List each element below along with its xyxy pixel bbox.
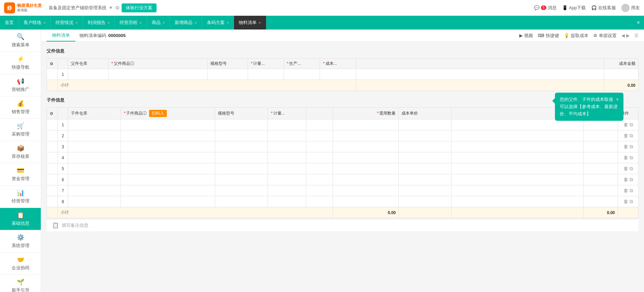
delete-row-icon[interactable]: 🗑 xyxy=(623,155,628,161)
sidebar-item-sales[interactable]: 💰 销售管理 xyxy=(0,96,41,119)
child-row-warehouse[interactable] xyxy=(68,185,121,196)
child-row-warehouse[interactable] xyxy=(68,196,121,207)
nav-tab-operation[interactable]: 经营情况 × xyxy=(51,16,83,30)
sidebar-item-collab[interactable]: 🤝 企业协同 xyxy=(0,253,41,275)
doc-settings-button[interactable]: ⚙ 单据设置 xyxy=(593,33,617,39)
child-row-unit[interactable] xyxy=(268,152,306,163)
delete-row-icon[interactable]: 🗑 xyxy=(623,133,628,139)
tooltip-close-button[interactable]: × xyxy=(616,96,619,103)
nav-tab-bom[interactable]: 物料清单 × xyxy=(234,16,266,30)
child-row-unit[interactable] xyxy=(268,141,306,152)
gear-settings-icon[interactable]: ⚙ xyxy=(115,5,120,11)
sidebar-item-system[interactable]: ⚙️ 系统管理 xyxy=(0,230,41,253)
system-title-arrow-icon[interactable]: ▼ xyxy=(109,5,113,10)
close-newgoods-tab-icon[interactable]: × xyxy=(195,21,197,25)
copy-row-icon[interactable]: ⧉ xyxy=(630,166,633,172)
close-operation-tab-icon[interactable]: × xyxy=(75,21,77,25)
sidebar-item-quicknav[interactable]: ⚡ 快捷导航 xyxy=(0,52,41,74)
prev-record-icon[interactable]: ◀ xyxy=(621,33,625,38)
close-history-tab-icon[interactable]: × xyxy=(139,21,141,25)
child-row-unit-cost[interactable] xyxy=(399,152,451,163)
child-row-qty[interactable] xyxy=(333,152,399,163)
child-row-unit[interactable] xyxy=(268,174,306,185)
child-row-warehouse[interactable] xyxy=(68,152,121,163)
child-row-unit[interactable] xyxy=(268,196,306,207)
copy-row-icon[interactable]: ⧉ xyxy=(630,133,633,139)
child-row-unit[interactable] xyxy=(268,130,306,141)
child-row-product[interactable] xyxy=(121,130,215,141)
sidebar-item-search[interactable]: 🔍 搜索菜单 xyxy=(0,30,41,52)
child-row-unit-cost[interactable] xyxy=(399,185,451,196)
scan-input-button[interactable]: 扫码入 xyxy=(149,110,167,117)
user-area[interactable]: 用友 xyxy=(621,4,640,12)
list-view-icon[interactable]: ☰ xyxy=(634,33,639,38)
child-row-product[interactable] xyxy=(121,119,215,130)
message-button[interactable]: 💬 6 消息 xyxy=(534,5,557,11)
sidebar-item-marketing[interactable]: 📢 营销推广 xyxy=(0,74,41,96)
child-row-warehouse[interactable] xyxy=(68,163,121,174)
child-row-spec[interactable] xyxy=(215,152,268,163)
sidebar-item-inventory[interactable]: 📦 库存核算 xyxy=(0,141,41,163)
child-row-warehouse[interactable] xyxy=(68,119,121,130)
child-row-unit-cost[interactable] xyxy=(399,174,451,185)
nav-tab-barcode[interactable]: 条码方案 × xyxy=(202,16,234,30)
child-row-spec[interactable] xyxy=(215,196,268,207)
parent-row-cost[interactable] xyxy=(320,69,356,80)
close-barcode-tab-icon[interactable]: × xyxy=(227,21,229,25)
parent-row-produce[interactable] xyxy=(284,69,320,80)
close-goods-tab-icon[interactable]: × xyxy=(163,21,165,25)
delete-row-icon[interactable]: 🗑 xyxy=(623,122,628,128)
child-row-qty[interactable] xyxy=(333,119,399,130)
close-all-tabs-button[interactable]: × xyxy=(633,20,644,26)
video-button[interactable]: ▶ 视频 xyxy=(519,33,533,39)
delete-row-icon[interactable]: 🗑 xyxy=(623,144,628,150)
child-row-warehouse[interactable] xyxy=(68,130,121,141)
child-row-product[interactable] xyxy=(121,185,215,196)
child-row-warehouse[interactable] xyxy=(68,141,121,152)
parent-row-warehouse[interactable] xyxy=(68,69,109,80)
close-customer-tab-icon[interactable]: × xyxy=(44,21,46,25)
child-row-qty[interactable] xyxy=(333,185,399,196)
child-row-qty[interactable] xyxy=(333,141,399,152)
child-row-unit-cost[interactable] xyxy=(399,141,451,152)
child-row-unit-cost[interactable] xyxy=(399,196,451,207)
online-service-button[interactable]: 🎧 在线客服 xyxy=(591,5,616,11)
sidebar-item-business[interactable]: 📊 经营管理 xyxy=(0,186,41,208)
child-row-unit-cost[interactable] xyxy=(399,119,451,130)
close-profit-tab-icon[interactable]: × xyxy=(108,21,110,25)
child-row-unit[interactable] xyxy=(268,163,306,174)
child-row-unit-cost[interactable] xyxy=(399,130,451,141)
child-row-spec[interactable] xyxy=(215,119,268,130)
child-row-spec[interactable] xyxy=(215,141,268,152)
sidebar-item-purchase[interactable]: 🛒 采购管理 xyxy=(0,119,41,141)
child-row-qty[interactable] xyxy=(333,174,399,185)
child-row-qty[interactable] xyxy=(333,163,399,174)
next-record-icon[interactable]: ▶ xyxy=(626,33,630,38)
copy-row-icon[interactable]: ⧉ xyxy=(630,177,633,183)
child-row-unit[interactable] xyxy=(268,119,306,130)
delete-row-icon[interactable]: 🗑 xyxy=(623,166,628,172)
nav-tab-history[interactable]: 经营历程 × xyxy=(115,16,147,30)
parent-row-spec[interactable] xyxy=(208,69,248,80)
sub-tab-bom[interactable]: 物料清单 xyxy=(47,30,75,42)
parent-row-product[interactable] xyxy=(108,69,208,80)
copy-row-icon[interactable]: ⧉ xyxy=(630,144,633,150)
extract-cost-button[interactable]: 💡 提取成本 xyxy=(564,33,589,39)
child-row-qty[interactable] xyxy=(333,130,399,141)
nav-tab-newgoods[interactable]: 新增商品 × xyxy=(170,16,202,30)
copy-row-icon[interactable]: ⧉ xyxy=(630,122,633,128)
delete-row-icon[interactable]: 🗑 xyxy=(623,177,628,183)
copy-row-icon[interactable]: ⧉ xyxy=(630,199,633,205)
parent-th-gear[interactable]: ⚙ xyxy=(47,59,58,69)
nav-tab-goods[interactable]: 商品 × xyxy=(147,16,170,30)
sidebar-item-newbie[interactable]: 🌱 新手引导 xyxy=(0,275,41,292)
child-row-warehouse[interactable] xyxy=(68,174,121,185)
sidebar-item-basicinfo[interactable]: 📋 基础信息 xyxy=(0,208,41,230)
delete-row-icon[interactable]: 🗑 xyxy=(623,188,628,194)
child-row-spec[interactable] xyxy=(215,163,268,174)
nav-tab-home[interactable]: 首页 xyxy=(0,16,19,30)
child-row-spec[interactable] xyxy=(215,130,268,141)
nav-tab-customer[interactable]: 客户联络 × xyxy=(19,16,51,30)
child-row-product[interactable] xyxy=(121,196,215,207)
copy-row-icon[interactable]: ⧉ xyxy=(630,188,633,194)
